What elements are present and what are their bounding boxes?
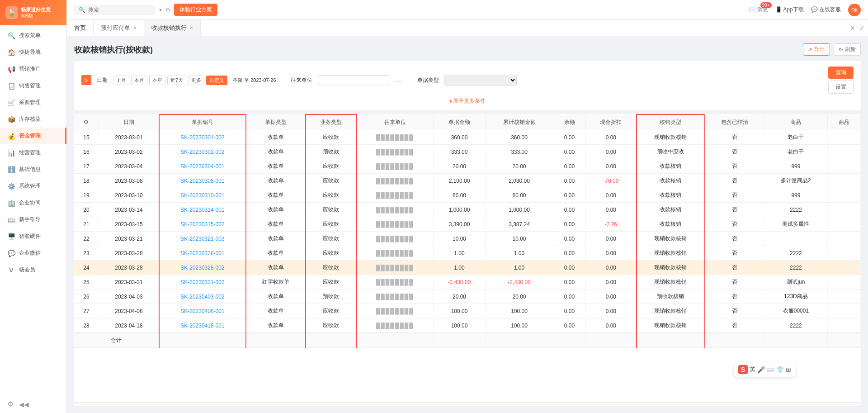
cell-goods: 测试多属性 [764,217,828,232]
doc-no-link[interactable]: SK-20230304-001 [180,163,224,170]
doc-no-link[interactable]: SK-20230314-001 [180,207,224,213]
sidebar-label-purchase: 采购管理 [19,99,41,106]
cell-doc-no: SK-20230304-001 [159,159,246,174]
cell-biz-type: 预收款 [306,290,357,304]
cell-doc-no: SK-20230314-001 [159,203,246,217]
cell-doc-no: SK-20230328-001 [159,246,246,261]
sidebar-item-enterprise[interactable]: 🏢企业协同 [0,195,66,211]
doc-no-link[interactable]: SK-20230418-001 [180,323,224,329]
sidebar-item-member[interactable]: V畅会员 [0,261,66,278]
doc-no-link[interactable]: SK-20230328-002 [180,265,224,271]
tab-home[interactable]: 首页 [67,20,94,36]
tab-prepay[interactable]: 预付应付单 ✕ [94,20,144,36]
smart-hardware-icon: 🖥️ [7,233,15,240]
mic-icon[interactable]: 🎤 [757,366,765,373]
inventory-icon: 📦 [7,116,15,123]
sidebar-item-quick-nav[interactable]: 🏠快捷导航 [0,44,66,61]
doc-no-link[interactable]: SK-20230331-002 [180,279,224,285]
sidebar-item-newbie[interactable]: 📖新手引导 [0,211,66,228]
settings-icon[interactable]: ⚙ [7,400,14,408]
sidebar-item-finance[interactable]: 💰资金管理 [0,128,66,144]
col-header-balance: 余额 [553,114,585,130]
cell-balance: 0.00 [553,318,585,333]
cell-cash-discount: 0.00 [586,275,637,290]
date-btn-7days[interactable]: 近7天 [167,76,186,85]
doc-no-link[interactable]: SK-20230328-001 [180,250,224,256]
sidebar-item-smart-hardware[interactable]: 🖥️智能硬件 [0,228,66,245]
header-search-box[interactable]: 🔍 [74,5,156,15]
date-btn-custom[interactable]: 自定义 [206,76,227,85]
cell-written-off: 20.00 [486,290,553,304]
cell-amount: 333.00 [433,145,485,159]
message-badge[interactable]: ✉️ 消息 99+ [749,6,768,14]
search-input[interactable] [88,7,142,13]
sidebar-item-sales[interactable]: 📋销售管理 [0,77,66,94]
grid-icon[interactable]: ⊞ [786,366,791,373]
sidebar-item-purchase[interactable]: 🛒采购管理 [0,94,66,111]
filter-toggle-button[interactable]: » [81,75,91,85]
industry-solution-button[interactable]: 体验行业方案 [174,4,217,16]
col-header-doc-type: 单据类型 [246,114,306,130]
sidebar-label-quick-nav: 快捷导航 [19,48,41,56]
table-scroll-area[interactable]: ⚙ 日期 单据编号 单据类型 业务类型 往来单位 单据金额 累计核销金额 余额 … [74,114,861,402]
shirt-icon[interactable]: 👕 [776,366,784,373]
tab-close-all-icon[interactable]: ✕ [850,24,855,32]
collapse-icon[interactable]: ◀◀ [19,401,29,408]
cell-cash-discount: 0.00 [586,290,637,304]
tab-prepay-close[interactable]: ✕ [133,25,137,30]
sidebar-item-inventory[interactable]: 📦库存核算 [0,111,66,128]
marketing-icon: 📢 [7,66,15,73]
gear-icon[interactable]: ⚙ [165,7,170,13]
doc-type-select[interactable] [444,75,517,85]
logo-title: 畅康道好生意 [21,6,51,13]
export-button[interactable]: ↗ 导出 [803,43,830,56]
cell-date: 2023-03-08 [99,174,159,188]
app-download[interactable]: 📱 App下载 [775,6,804,14]
online-service[interactable]: 💬 在线客服 [811,6,841,14]
keyboard-icon[interactable]: ⌨️ [767,366,774,373]
cell-date: 2023-03-04 [99,159,159,174]
table-header-row: ⚙ 日期 单据编号 单据类型 业务类型 往来单位 单据金额 累计核销金额 余额 … [74,114,861,130]
tab-collection-close[interactable]: ✕ [189,25,193,30]
doc-no-link[interactable]: SK-20230315-002 [180,221,224,228]
expand-conditions-button[interactable]: ▾ 展开更多条件 [449,97,486,105]
tab-maximize-icon[interactable]: ⤢ [859,24,864,32]
cell-doc-no: SK-20230315-002 [159,217,246,232]
refresh-button[interactable]: ↻ 刷新 [834,43,861,56]
sidebar-item-search[interactable]: 🔍搜索菜单 [0,27,66,44]
tab-collection[interactable]: 收款核销执行 ✕ [144,20,201,36]
doc-no-link[interactable]: SK-20230301-002 [180,134,224,141]
setting-button[interactable]: 设置 [828,81,854,94]
chevron-down-icon: ▾ [449,98,452,104]
counterparty-input[interactable] [318,75,390,85]
doc-no-link[interactable]: SK-20230403-002 [180,294,224,300]
sidebar-item-wechat[interactable]: 💬企业微信 [0,245,66,261]
sidebar-item-basic-info[interactable]: ℹ️基础信息 [0,161,66,178]
sidebar-label-system: 系统管理 [19,182,41,190]
doc-no-link[interactable]: SK-20230302-002 [180,149,224,155]
cell-balance: 0.00 [553,174,585,188]
table-row: 26 2023-04-03 SK-20230403-002 收款单 预收款 ██… [74,290,861,304]
filter-row-1: » 日期 上月 本月 本年 近7天 更多 自定义 不限 至 2023-07-26… [81,66,854,94]
date-btn-more[interactable]: 更多 [188,76,204,85]
cell-doc-no: SK-20230310-001 [159,188,246,203]
table-horizontal-scrollbar[interactable] [74,402,861,406]
query-button[interactable]: 查询 [828,66,854,79]
cell-doc-no: SK-20230301-002 [159,130,246,145]
doc-no-link[interactable]: SK-20230321-003 [180,236,224,242]
date-btn-this-month[interactable]: 本月 [131,76,147,85]
date-btn-this-year[interactable]: 本年 [149,76,165,85]
date-btn-last-month[interactable]: 上月 [113,76,129,85]
sidebar-label-operations: 经营管理 [19,149,41,157]
filter-expand-row: ▾ 展开更多条件 [81,97,854,105]
cell-date: 2023-03-28 [99,246,159,261]
sidebar-item-system[interactable]: ⚙️系统管理 [0,178,66,195]
doc-no-link[interactable]: SK-20230408-001 [180,308,224,314]
doc-no-link[interactable]: SK-20230310-001 [180,192,224,199]
sidebar-item-marketing[interactable]: 📢营销推广 [0,61,66,77]
user-avatar[interactable]: Rit [848,4,861,16]
doc-no-link[interactable]: SK-20230308-001 [180,178,224,184]
sidebar-item-operations[interactable]: 📊经营管理 [0,144,66,161]
cell-seq: 27 [74,304,99,318]
page-content: 收款核销执行(按收款) ↗ 导出 ↻ 刷新 » 日期 上月 本月 [67,36,868,413]
